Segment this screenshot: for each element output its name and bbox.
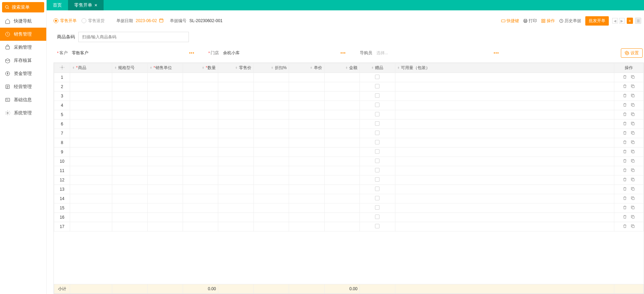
- gift-checkbox[interactable]: [375, 103, 379, 107]
- gift-checkbox[interactable]: [375, 196, 379, 200]
- batch-order-button[interactable]: 批发开单: [585, 16, 609, 26]
- gift-checkbox[interactable]: [375, 131, 379, 135]
- table-row[interactable]: 15: [54, 203, 644, 213]
- gift-checkbox[interactable]: [375, 224, 379, 228]
- copy-row-icon[interactable]: [631, 187, 635, 192]
- more-icon[interactable]: •••: [494, 51, 499, 56]
- copy-row-icon[interactable]: [631, 121, 635, 127]
- col-amount[interactable]: ▲▼金额: [324, 63, 359, 73]
- gift-checkbox[interactable]: [375, 205, 379, 210]
- delete-row-icon[interactable]: [623, 84, 627, 89]
- tab-retail-order[interactable]: 零售开单 ✕: [68, 0, 104, 10]
- table-row[interactable]: 11: [54, 166, 644, 176]
- gift-checkbox[interactable]: [375, 84, 379, 88]
- table-row[interactable]: 2: [54, 82, 644, 92]
- shortcut-button[interactable]: 快捷键: [501, 18, 519, 24]
- gift-checkbox[interactable]: [375, 75, 379, 79]
- copy-row-icon[interactable]: [631, 159, 635, 164]
- col-product[interactable]: ▲▼*商品: [70, 63, 112, 73]
- gift-checkbox[interactable]: [375, 149, 379, 154]
- gift-checkbox[interactable]: [375, 93, 379, 98]
- col-discount[interactable]: ▲▼折扣%: [253, 63, 289, 73]
- table-row[interactable]: 12: [54, 176, 644, 185]
- tab-home[interactable]: 首页: [47, 0, 68, 10]
- delete-row-icon[interactable]: [623, 131, 627, 136]
- copy-row-icon[interactable]: [631, 84, 635, 89]
- table-row[interactable]: 9: [54, 148, 644, 157]
- delete-row-icon[interactable]: [623, 149, 627, 155]
- nav-quick[interactable]: 快捷导航: [0, 15, 46, 28]
- nav-basic[interactable]: 基础信息: [0, 93, 46, 106]
- delete-row-icon[interactable]: [623, 187, 627, 192]
- col-retail-price[interactable]: ▲▼零售价: [218, 63, 253, 73]
- copy-row-icon[interactable]: [631, 196, 635, 201]
- radio-retail-return[interactable]: 零售退货: [81, 18, 105, 24]
- customer-field[interactable]: * 客户 零散客户 •••: [57, 50, 194, 56]
- delete-row-icon[interactable]: [623, 103, 627, 108]
- delete-row-icon[interactable]: [623, 121, 627, 127]
- print-button[interactable]: 打印: [523, 18, 537, 24]
- table-row[interactable]: 16: [54, 213, 644, 222]
- copy-row-icon[interactable]: [631, 112, 635, 117]
- table-row[interactable]: 13: [54, 185, 644, 194]
- copy-row-icon[interactable]: [631, 224, 635, 229]
- delete-row-icon[interactable]: [623, 205, 627, 211]
- col-gift[interactable]: ▲▼赠品: [360, 63, 395, 73]
- table-row[interactable]: 14: [54, 194, 644, 203]
- table-row[interactable]: 6: [54, 120, 644, 129]
- col-spec[interactable]: ▲▼规格型号: [112, 63, 147, 73]
- delete-row-icon[interactable]: [623, 177, 627, 183]
- table-row[interactable]: 3: [54, 92, 644, 101]
- nav-sales[interactable]: 销售管理: [0, 28, 46, 41]
- prev-doc-button[interactable]: ◀: [612, 18, 618, 23]
- col-available[interactable]: ▲▼可用量（包装）: [395, 63, 614, 73]
- gift-checkbox[interactable]: [375, 187, 379, 191]
- delete-row-icon[interactable]: [623, 224, 627, 229]
- copy-row-icon[interactable]: [631, 140, 635, 145]
- gift-checkbox[interactable]: [375, 121, 379, 126]
- gift-checkbox[interactable]: [375, 168, 379, 172]
- history-button[interactable]: 历史单据: [559, 18, 581, 24]
- gift-checkbox[interactable]: [375, 112, 379, 116]
- gift-checkbox[interactable]: [375, 140, 379, 144]
- delete-row-icon[interactable]: [623, 140, 627, 145]
- table-row[interactable]: 1: [54, 73, 644, 82]
- delete-row-icon[interactable]: [623, 168, 627, 173]
- copy-row-icon[interactable]: [631, 215, 635, 220]
- next-doc-button[interactable]: ▶: [619, 18, 625, 23]
- copy-row-icon[interactable]: [631, 103, 635, 108]
- gift-checkbox[interactable]: [375, 159, 379, 163]
- nav-business[interactable]: 经营管理: [0, 80, 46, 93]
- settings-button[interactable]: 设置: [621, 48, 643, 58]
- copy-row-icon[interactable]: [631, 75, 635, 80]
- guide-field[interactable]: 导购员 选择... •••: [360, 50, 499, 56]
- more-icon[interactable]: •••: [340, 51, 346, 56]
- copy-row-icon[interactable]: [631, 168, 635, 173]
- nav-funds[interactable]: 资金管理: [0, 67, 46, 80]
- barcode-input[interactable]: [78, 32, 189, 42]
- operate-button[interactable]: 操作: [541, 18, 555, 24]
- delete-row-icon[interactable]: [623, 215, 627, 220]
- table-row[interactable]: 17: [54, 222, 644, 231]
- layout-button[interactable]: ☰: [635, 18, 641, 24]
- doc-date-value[interactable]: 2023-06-02: [136, 18, 157, 23]
- table-row[interactable]: 5: [54, 110, 644, 120]
- list-view-button[interactable]: ≡: [627, 18, 633, 24]
- close-icon[interactable]: ✕: [94, 3, 97, 8]
- gift-checkbox[interactable]: [375, 215, 379, 219]
- table-row[interactable]: 7: [54, 129, 644, 138]
- copy-row-icon[interactable]: [631, 93, 635, 99]
- copy-row-icon[interactable]: [631, 177, 635, 183]
- col-settings[interactable]: [54, 63, 70, 73]
- col-unit-price[interactable]: ▲▼单价: [289, 63, 324, 73]
- radio-retail-order[interactable]: 零售开单: [54, 18, 77, 24]
- nav-purchase[interactable]: 采购管理: [0, 41, 46, 54]
- copy-row-icon[interactable]: [631, 131, 635, 136]
- delete-row-icon[interactable]: [623, 112, 627, 117]
- table-row[interactable]: 8: [54, 138, 644, 148]
- delete-row-icon[interactable]: [623, 196, 627, 201]
- delete-row-icon[interactable]: [623, 159, 627, 164]
- delete-row-icon[interactable]: [623, 75, 627, 80]
- nav-inventory[interactable]: 库存核算: [0, 54, 46, 67]
- more-icon[interactable]: •••: [189, 51, 195, 56]
